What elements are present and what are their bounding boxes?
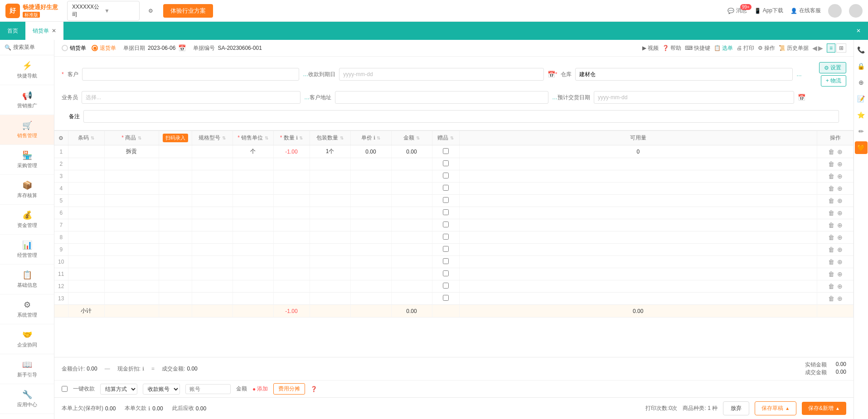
cell-unit-price-1[interactable]: 0.00 xyxy=(350,145,391,158)
user-avatar-2[interactable] xyxy=(849,4,863,18)
customer-input[interactable] xyxy=(82,68,300,81)
spec-sort-icon[interactable]: ⇅ xyxy=(222,135,226,140)
prev-arrow-icon[interactable]: ◀ xyxy=(812,44,817,52)
gift-checkbox-12[interactable] xyxy=(443,283,449,289)
pack-sort-icon[interactable]: ⇅ xyxy=(340,135,344,140)
note-input[interactable] xyxy=(83,110,839,123)
barcode-sort-icon[interactable]: ⇅ xyxy=(91,135,94,140)
delete-row-13-icon[interactable]: 🗑 xyxy=(828,295,834,302)
message-btn[interactable]: 💬 消息 99+ xyxy=(727,7,747,14)
settlement-select[interactable]: 结算方式 xyxy=(100,384,137,395)
fee-split-btn[interactable]: 费用分摊 xyxy=(273,383,305,395)
sidebar-item-inventory[interactable]: 📦 库存核算 xyxy=(0,175,54,205)
float-orange-icon[interactable]: 🧡 xyxy=(855,141,868,154)
company-selector[interactable]: XXXXXX公司 ▼ xyxy=(67,1,140,21)
sidebar-item-marketing[interactable]: 📢 营销推广 xyxy=(0,85,54,115)
col-settings[interactable]: ⚙ xyxy=(54,131,68,145)
copy-row-2-icon[interactable]: ⊕ xyxy=(837,160,843,168)
one-click-payment-checkbox[interactable] xyxy=(62,386,68,392)
delete-row-3-icon[interactable]: 🗑 xyxy=(828,173,834,180)
settings-btn[interactable]: ⚙ 设置 xyxy=(819,62,846,73)
delete-row-5-icon[interactable]: 🗑 xyxy=(828,197,834,204)
cell-spec-1[interactable] xyxy=(192,145,233,158)
gift-checkbox-7[interactable] xyxy=(443,222,449,227)
date-calendar-icon[interactable]: 📅 xyxy=(178,44,186,52)
save-new-button[interactable]: 保存&新增 ▲ xyxy=(802,402,846,415)
sidebar-item-finance[interactable]: 💰 资金管理 xyxy=(0,205,54,235)
customer-addr-dots-btn[interactable]: … xyxy=(552,94,558,101)
delete-row-11-icon[interactable]: 🗑 xyxy=(828,270,834,278)
sidebar-item-basics[interactable]: 📋 基础信息 xyxy=(0,265,54,294)
warehouse-dots-btn[interactable]: … xyxy=(796,71,802,77)
cell-unit-1[interactable]: 个 xyxy=(233,145,273,158)
delete-row-12-icon[interactable]: 🗑 xyxy=(828,283,834,290)
sidebar-item-operations[interactable]: 📊 经营管理 xyxy=(0,235,54,265)
radio-sales-order[interactable]: 销货单 xyxy=(62,44,86,52)
settings-icon[interactable]: ⚙ xyxy=(143,4,158,18)
float-add-icon[interactable]: ⊕ xyxy=(855,76,868,89)
float-note-icon[interactable]: 📝 xyxy=(855,92,868,105)
cell-qty-1[interactable]: -1.00 xyxy=(273,145,310,158)
cell-qty-2[interactable] xyxy=(273,158,310,170)
delete-row-1-icon[interactable]: 🗑 xyxy=(828,148,834,155)
cell-barcode-2[interactable] xyxy=(68,158,104,170)
app-download-btn[interactable]: 📱 App下载 xyxy=(754,7,783,14)
float-phone-icon[interactable]: 📞 xyxy=(855,43,868,56)
gift-checkbox-9[interactable] xyxy=(443,246,449,252)
sidebar-item-wechat[interactable]: 💬 企业微信 xyxy=(0,414,54,419)
payment-cal-icon[interactable]: 📅 xyxy=(548,71,555,78)
delete-row-7-icon[interactable]: 🗑 xyxy=(828,222,834,229)
sidebar-item-apps[interactable]: 🔧 应用中心 xyxy=(0,384,54,414)
trial-button[interactable]: 体验行业方案 xyxy=(163,4,213,18)
delete-row-2-icon[interactable]: 🗑 xyxy=(828,160,834,168)
list-view-btn[interactable]: ≡ xyxy=(827,43,835,53)
toolbar-print[interactable]: 🖨 打印 xyxy=(737,44,754,52)
warehouse-input[interactable]: 建材仓 xyxy=(575,68,793,81)
salesperson-input[interactable]: 选择... xyxy=(82,91,301,104)
tab-sales-order[interactable]: 销货单 ✕ xyxy=(25,22,63,40)
cell-barcode-1[interactable] xyxy=(68,145,104,158)
gift-checkbox-2[interactable] xyxy=(443,160,449,166)
sidebar-item-sales[interactable]: 🛒 销售管理 xyxy=(0,115,54,145)
delete-row-6-icon[interactable]: 🗑 xyxy=(828,209,834,217)
payment-date-input[interactable]: yyyy-mm-dd xyxy=(339,68,543,81)
delete-row-9-icon[interactable]: 🗑 xyxy=(828,246,834,253)
cell-gift-1[interactable] xyxy=(432,145,459,158)
payment-help-icon[interactable]: ❓ xyxy=(310,386,317,392)
scan-btn[interactable]: 扫码录入 xyxy=(163,134,188,142)
cell-pack-qty-2[interactable] xyxy=(310,158,350,170)
cell-goods-1[interactable]: 拆贡 xyxy=(104,145,159,158)
delete-row-8-icon[interactable]: 🗑 xyxy=(828,234,834,241)
amount-sort-icon[interactable]: ⇅ xyxy=(416,135,420,140)
cell-pack-qty-1[interactable]: 1个 xyxy=(310,145,350,158)
gift-checkbox-11[interactable] xyxy=(443,270,449,276)
add-payment-btn[interactable]: ● 添加 xyxy=(252,385,268,393)
cell-amount-2[interactable] xyxy=(391,158,432,170)
copy-row-7-icon[interactable]: ⊕ xyxy=(837,222,843,229)
discard-button[interactable]: 放弃 xyxy=(723,401,749,415)
close-window-btn[interactable]: ✕ xyxy=(856,22,868,40)
qty-sort-icon[interactable]: ⇅ xyxy=(299,135,303,140)
customer-addr-input[interactable] xyxy=(335,91,548,104)
copy-row-12-icon[interactable]: ⊕ xyxy=(837,283,843,290)
delete-row-4-icon[interactable]: 🗑 xyxy=(828,185,834,192)
account-select[interactable]: 收款账号 xyxy=(143,384,180,395)
expected-cal-icon[interactable]: 📅 xyxy=(798,94,805,101)
float-lock-icon[interactable]: 🔒 xyxy=(855,60,868,72)
copy-row-3-icon[interactable]: ⊕ xyxy=(837,173,843,180)
copy-row-4-icon[interactable]: ⊕ xyxy=(837,185,843,192)
sidebar-search[interactable]: 🔍 搜索菜单 xyxy=(0,40,54,55)
toolbar-operation[interactable]: ⚙ 操作 xyxy=(758,44,775,52)
close-tab-icon[interactable]: ✕ xyxy=(52,28,56,34)
logistics-btn[interactable]: + 物流 xyxy=(821,75,846,87)
toolbar-help[interactable]: ❓ 帮助 xyxy=(662,44,681,52)
goods-type[interactable]: 商品种类: 1 种 xyxy=(683,405,718,412)
gift-sort-icon[interactable]: ⇅ xyxy=(450,135,454,140)
radio-return-order[interactable]: 退货单 xyxy=(92,44,116,52)
cell-unit-2[interactable] xyxy=(233,158,273,170)
gift-checkbox-6[interactable] xyxy=(443,209,449,215)
sidebar-item-shortcuts[interactable]: ⚡ 快捷导航 xyxy=(0,55,54,85)
debt-help-icon[interactable]: ℹ xyxy=(148,405,150,412)
copy-row-11-icon[interactable]: ⊕ xyxy=(837,270,843,278)
gift-checkbox-8[interactable] xyxy=(443,234,449,240)
